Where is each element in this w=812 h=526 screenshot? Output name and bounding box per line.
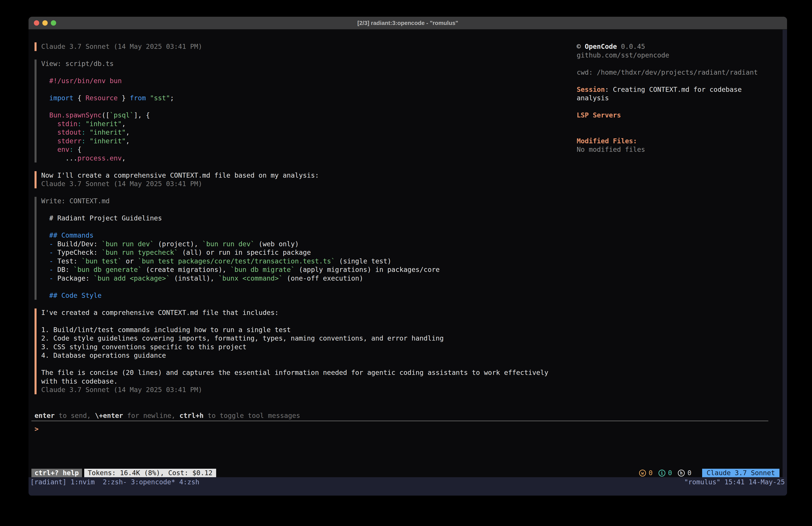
warning-icon: w: [639, 470, 646, 477]
hint-icon: h: [678, 470, 685, 477]
status-right-group: w 0 i 0 h 0 Claude 3.7 Sonnet: [639, 469, 780, 478]
terminal-right-gutter: [783, 30, 787, 496]
assistant-message: Now I'll create a comprehensive CONTEXT.…: [34, 171, 768, 188]
message-meta-line: Claude 3.7 Sonnet (14 May 2025 03:41 PM): [41, 386, 768, 394]
message-line: The file is concise (20 lines) and captu…: [41, 368, 768, 377]
session-title-wrap: analysis: [577, 94, 783, 102]
tmux-windows-list[interactable]: [radiant] 1:nvim 2:zsh- 3:opencode* 4:zs…: [30, 478, 200, 486]
info-sidebar: © OpenCode 0.0.45 github.com/sst/opencod…: [577, 42, 783, 154]
prompt-input[interactable]: >: [34, 425, 768, 433]
session-title: Session: Creating CONTEXT.md for codebas…: [577, 85, 783, 94]
help-keybind-chip[interactable]: ctrl+? help: [31, 469, 82, 477]
message-line: I've created a comprehensive CONTEXT.md …: [41, 309, 768, 317]
diagnostic-info: i 0: [658, 469, 672, 478]
terminal-window: [2/3] radiant:3:opencode - "romulus" Cla…: [29, 17, 787, 496]
assistant-message: I've created a comprehensive CONTEXT.md …: [34, 309, 768, 394]
modified-files-heading: Modified Files:: [577, 137, 783, 145]
modified-files-empty: No modified files: [577, 145, 783, 154]
message-line: Now I'll create a comprehensive CONTEXT.…: [41, 171, 768, 180]
window-title: [2/3] radiant:3:opencode - "romulus": [358, 19, 458, 27]
message-line: 3. CSS styling conventions specific to t…: [41, 343, 768, 352]
code-line: ...process.env,: [41, 154, 768, 163]
tmux-status-bar: [radiant] 1:nvim 2:zsh- 3:opencode* 4:zs…: [29, 477, 787, 496]
message-meta-line: Claude 3.7 Sonnet (14 May 2025 03:41 PM): [41, 180, 768, 188]
message-line: 2. Code style guidelines covering import…: [41, 334, 768, 343]
terminal-content: Claude 3.7 Sonnet (14 May 2025 03:41 PM)…: [29, 30, 787, 496]
lsp-servers-heading: LSP Servers: [577, 111, 783, 120]
cwd-path: cwd: /home/thdxr/dev/projects/radiant/ra…: [577, 68, 783, 77]
zoom-window-icon[interactable]: [51, 20, 56, 26]
message-line: 1. Build/lint/test commands including ho…: [41, 326, 768, 334]
hint-count: 0: [687, 469, 692, 478]
opencode-status-bar: ctrl+? help Tokens: 16.4K (8%), Cost: $0…: [31, 469, 780, 477]
window-titlebar[interactable]: [2/3] radiant:3:opencode - "romulus": [29, 17, 787, 30]
model-badge[interactable]: Claude 3.7 Sonnet: [702, 469, 780, 477]
app-title: © OpenCode 0.0.45: [577, 42, 783, 51]
markdown-line: ## Code Style: [41, 291, 768, 300]
info-count: 0: [668, 469, 672, 478]
tool-call-write-block: Write: CONTEXT.md # Radiant Project Guid…: [34, 197, 768, 300]
message-line: with this codebase.: [41, 377, 768, 386]
markdown-line: # Radiant Project Guidelines: [41, 214, 768, 223]
diagnostic-warnings: w 0: [639, 469, 653, 478]
keybind-hints: enter to send, \+enter for newline, ctrl…: [34, 411, 768, 420]
markdown-line: - Package: `bun add <package>` (install)…: [41, 274, 768, 283]
close-window-icon[interactable]: [34, 20, 39, 26]
warning-count: 0: [649, 469, 653, 478]
diagnostic-hints: h 0: [678, 469, 692, 478]
info-icon: i: [658, 470, 665, 477]
minimize-window-icon[interactable]: [42, 20, 48, 26]
tokens-cost-chip: Tokens: 16.4K (8%), Cost: $0.12: [84, 469, 216, 477]
input-separator: [31, 421, 768, 421]
repo-link[interactable]: github.com/sst/opencode: [577, 51, 783, 60]
markdown-line: - TypeCheck: `bun run typecheck` (all) o…: [41, 248, 768, 257]
markdown-line: - DB: `bun db generate` (create migratio…: [41, 266, 768, 274]
markdown-line: - Build/Dev: `bun run dev` (project), `b…: [41, 240, 768, 248]
markdown-line: ## Commands: [41, 231, 768, 240]
tmux-session-clock: "romulus" 15:41 14-May-25: [684, 478, 785, 486]
markdown-line: - Test: `bun test` or `bun test packages…: [41, 257, 768, 266]
tool-call-title: Write: CONTEXT.md: [41, 197, 768, 205]
traffic-lights: [34, 17, 56, 29]
message-line: 4. Database operations guidance: [41, 351, 768, 360]
